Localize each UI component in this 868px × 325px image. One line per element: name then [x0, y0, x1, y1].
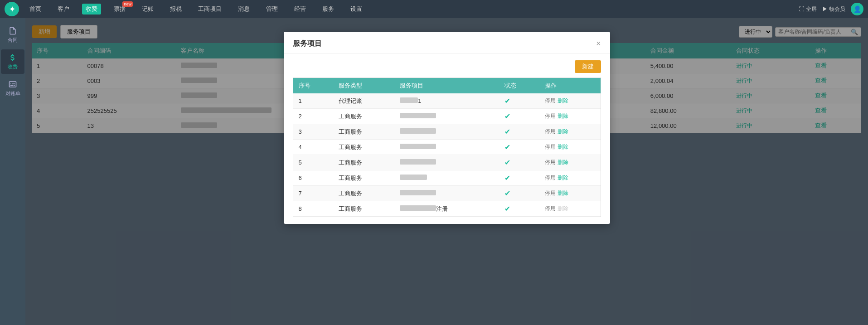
- status-check-icon: ✔: [504, 128, 510, 136]
- fee-icon: [8, 53, 17, 62]
- blurred-item: [400, 128, 436, 134]
- modal-table-wrap[interactable]: 序号 服务类型 服务项目 状态 操作 1 代理记账: [293, 78, 601, 217]
- status-check-icon: ✔: [504, 112, 510, 120]
- fullscreen-button[interactable]: ⛶ 全屏: [799, 5, 816, 13]
- list-item: 8 工商服务 注册 ✔ 停用 删除: [293, 201, 601, 217]
- delete-button[interactable]: 删除: [558, 128, 568, 136]
- list-item: 7 工商服务 ✔ 停用 删除: [293, 186, 601, 201]
- modal-col-type: 服务类型: [333, 78, 394, 93]
- modal-service-table: 序号 服务类型 服务项目 状态 操作 1 代理记账: [293, 78, 601, 217]
- blurred-item: [400, 205, 436, 211]
- status-check-icon: ✔: [504, 205, 510, 213]
- main-layout: 合同 收费 对账单 新增 服务项目 进行中 🔍: [0, 18, 868, 325]
- list-item: 4 工商服务 ✔ 停用 删除: [293, 140, 601, 155]
- list-item: 5 工商服务 ✔ 停用 删除: [293, 155, 601, 170]
- sidebar-label-contract: 合同: [8, 37, 18, 44]
- delete-button[interactable]: 删除: [558, 97, 568, 105]
- modal-title: 服务项目: [293, 39, 322, 49]
- status-check-icon: ✔: [504, 143, 510, 151]
- nav-invoice[interactable]: 票据 new: [110, 4, 129, 15]
- modal-body: 新建 序号 服务类型 服务项目 状态 操作: [284, 53, 610, 224]
- list-item: 2 工商服务 ✔ 停用 删除: [293, 109, 601, 124]
- sidebar-label-statement: 对账单: [5, 90, 20, 97]
- list-item: 6 工商服务 ✔ 停用 删除: [293, 170, 601, 186]
- blurred-item: [400, 144, 436, 149]
- modal-col-item: 服务项目: [394, 78, 499, 93]
- stop-button[interactable]: 停用: [545, 112, 556, 120]
- modal-header: 服务项目 ×: [284, 32, 610, 53]
- sidebar-item-fee[interactable]: 收费: [1, 49, 24, 74]
- content-area: 新增 服务项目 进行中 🔍 序号 合同编码 客户名称 服务项目▲: [25, 18, 868, 325]
- blurred-item: [400, 97, 418, 103]
- stop-button[interactable]: 停用: [545, 174, 556, 182]
- delete-button[interactable]: 删除: [558, 205, 568, 213]
- nav-customer[interactable]: 客户: [54, 4, 73, 15]
- app-logo[interactable]: ✦: [5, 2, 19, 16]
- nav-fee[interactable]: 收费: [82, 4, 101, 15]
- sidebar-item-contract[interactable]: 合同: [1, 23, 24, 47]
- top-navigation: ✦ 首页 客户 收费 票据 new 记账 报税 工商项目 消息 管理 经营 服务…: [0, 0, 868, 18]
- statement-icon: [8, 80, 17, 89]
- nav-settings[interactable]: 设置: [347, 4, 366, 15]
- modal-col-seq: 序号: [293, 78, 334, 93]
- status-check-icon: ✔: [504, 174, 510, 182]
- status-check-icon: ✔: [504, 189, 510, 197]
- new-badge: new: [122, 1, 133, 7]
- stop-button[interactable]: 停用: [545, 189, 556, 197]
- nav-manage[interactable]: 管理: [262, 4, 281, 15]
- blurred-item: [400, 190, 436, 195]
- modal-close-button[interactable]: ×: [596, 39, 601, 49]
- delete-button[interactable]: 删除: [558, 143, 568, 151]
- blurred-item: [400, 159, 436, 165]
- stop-button[interactable]: 停用: [545, 159, 556, 166]
- modal-toolbar: 新建: [293, 60, 601, 73]
- modal-new-button[interactable]: 新建: [575, 60, 601, 73]
- stop-button[interactable]: 停用: [545, 205, 556, 213]
- list-item: 1 代理记账 1 ✔ 停用 删除: [293, 93, 601, 109]
- nav-service[interactable]: 服务: [319, 4, 338, 15]
- list-item: 3 工商服务 ✔ 停用 删除: [293, 124, 601, 140]
- sidebar-label-fee: 收费: [8, 63, 18, 70]
- stop-button[interactable]: 停用: [545, 97, 556, 105]
- member-button[interactable]: ▶ 畅会员: [822, 5, 845, 13]
- modal-col-status: 状态: [499, 78, 539, 93]
- contract-icon: [8, 26, 17, 35]
- blurred-item: [400, 175, 427, 180]
- stop-button[interactable]: 停用: [545, 128, 556, 136]
- nav-bookkeeping[interactable]: 记账: [138, 4, 157, 15]
- nav-message[interactable]: 消息: [234, 4, 253, 15]
- blurred-item: [400, 113, 436, 118]
- delete-button[interactable]: 删除: [558, 112, 568, 120]
- service-modal: 服务项目 × 新建 序号 服务类型 服务项目: [284, 32, 610, 224]
- sidebar: 合同 收费 对账单: [0, 18, 25, 325]
- avatar[interactable]: 👤: [851, 3, 863, 15]
- nav-industry[interactable]: 工商项目: [194, 4, 225, 15]
- nav-home[interactable]: 首页: [26, 4, 45, 15]
- delete-button[interactable]: 删除: [558, 159, 568, 166]
- right-icons: ⛶ 全屏 ▶ 畅会员 👤: [799, 3, 863, 15]
- sidebar-item-statement[interactable]: 对账单: [1, 76, 24, 101]
- modal-col-action: 操作: [539, 78, 600, 93]
- status-check-icon: ✔: [504, 159, 510, 166]
- nav-tax[interactable]: 报税: [166, 4, 185, 15]
- status-check-icon: ✔: [504, 97, 510, 105]
- nav-items: 首页 客户 收费 票据 new 记账 报税 工商项目 消息 管理 经营 服务 设…: [26, 4, 799, 15]
- stop-button[interactable]: 停用: [545, 143, 556, 151]
- delete-button[interactable]: 删除: [558, 189, 568, 197]
- delete-button[interactable]: 删除: [558, 174, 568, 182]
- modal-overlay: 服务项目 × 新建 序号 服务类型 服务项目: [25, 18, 868, 325]
- nav-operation[interactable]: 经营: [291, 4, 310, 15]
